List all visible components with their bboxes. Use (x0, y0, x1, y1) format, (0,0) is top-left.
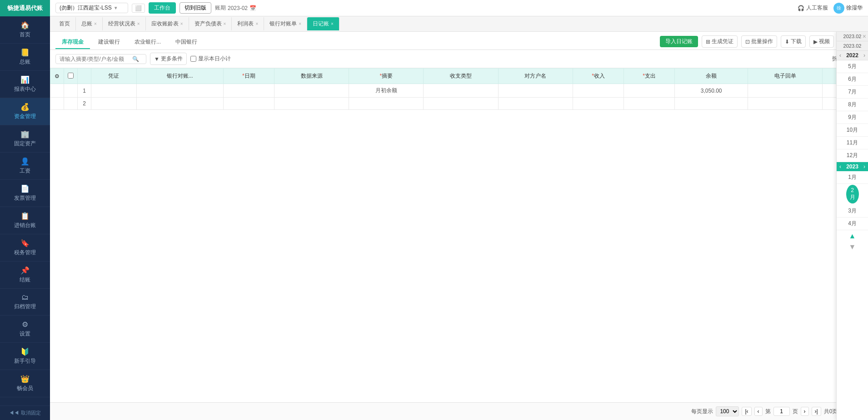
tab-close-icon[interactable]: × (255, 21, 258, 26)
tab-journal[interactable]: 日记账 × (307, 17, 339, 30)
last-page-btn[interactable]: ›| (812, 407, 821, 416)
archive-icon: 🗂 (21, 293, 29, 301)
calendar-icon: 📅 (249, 5, 256, 11)
sidebar-item-reports[interactable]: 📊 报表中心 (0, 71, 50, 98)
sidebar-item-invoice[interactable]: 📄 发票管理 (0, 180, 50, 207)
sidebar: 畅捷通易代账 🏠 首页 📒 总账 📊 报表中心 💰 资金管理 🏢 固定资产 👤 … (0, 0, 50, 420)
sidebar-item-assets[interactable]: 🏢 固定资产 (0, 125, 50, 153)
sidebar-item-capital[interactable]: 💰 资金管理 (0, 98, 50, 125)
tab-close-icon[interactable]: × (299, 21, 301, 26)
sub-tab-ccb[interactable]: 建设银行 (92, 36, 126, 49)
month-1-2023[interactable]: 1月 (837, 171, 868, 184)
gen-voucher-btn[interactable]: ⊞ 生成凭证 (702, 35, 738, 48)
main-content: (勿删）江西超宝-LSS ▼ ⬜ 工作台 切到旧版 账期 2023-02 📅 🎧… (50, 0, 868, 420)
tab-bankrec[interactable]: 银行对账单 × (264, 17, 307, 30)
tab-close-icon[interactable]: × (180, 21, 183, 26)
prev-page-btn[interactable]: ‹ (754, 407, 763, 416)
video-btn[interactable]: ▶ 视频 (809, 35, 834, 48)
next-year-icon[interactable]: › (863, 52, 865, 59)
unpin-btn[interactable]: ◀◀ 取消固定 (0, 405, 50, 420)
sidebar-item-label: 工资 (20, 167, 30, 175)
sidebar-item-member[interactable]: 👑 畅会员 (0, 370, 50, 397)
col-income: *收入 (573, 69, 624, 84)
next-year-icon2[interactable]: › (863, 163, 865, 170)
cell-expense (624, 98, 675, 110)
batch-op-btn[interactable]: ⊡ 批量操作 (741, 35, 777, 48)
tab-receivable[interactable]: 应收账龄表 × (146, 17, 189, 30)
scroll-down-icon[interactable]: ▼ (849, 243, 856, 251)
sidebar-item-settings[interactable]: ⚙ 设置 (0, 316, 50, 343)
col-settings[interactable]: ⚙ (50, 69, 64, 84)
top-bar-right: 🎧 人工客服 徐 徐湿华 (798, 3, 863, 14)
ledger-icon: 📒 (20, 48, 30, 57)
month-3-2023[interactable]: 3月 (837, 205, 868, 217)
month-6[interactable]: 6月 (837, 73, 868, 86)
company-selector[interactable]: (勿删）江西超宝-LSS ▼ (55, 3, 128, 13)
copy-company-btn[interactable]: ⬜ (132, 4, 145, 13)
close-popup-btn[interactable]: × (863, 33, 866, 40)
prev-year-icon2[interactable]: ‹ (839, 163, 841, 170)
cell-checkbox (64, 84, 78, 98)
first-page-btn[interactable]: |‹ (742, 407, 751, 416)
tax-icon: 🔖 (20, 239, 30, 247)
download-icon: ⬇ (785, 39, 789, 45)
user-profile[interactable]: 徐 徐湿华 (833, 3, 863, 14)
sidebar-item-guide[interactable]: 🔰 新手引导 (0, 343, 50, 370)
year-label: 2022 (846, 52, 858, 59)
daily-total-checkbox[interactable]: 显示本日小计 (190, 55, 231, 63)
sub-tab-cash[interactable]: 库存现金 (55, 36, 90, 49)
tab-profit[interactable]: 利润表 × (232, 17, 264, 30)
tab-label: 银行对账单 (269, 20, 297, 28)
month-11[interactable]: 11月 (837, 137, 868, 149)
tab-ledger[interactable]: 总账 × (76, 17, 103, 30)
page-size-select[interactable]: 100 50 200 (716, 406, 739, 416)
tab-close-icon[interactable]: × (94, 21, 97, 26)
page-input[interactable] (773, 407, 790, 416)
tab-home[interactable]: 首页 (54, 17, 76, 30)
video-icon: ▶ (813, 39, 818, 45)
sidebar-item-label: 总账 (20, 58, 30, 66)
month-7[interactable]: 7月 (837, 86, 868, 99)
sub-tab-boc[interactable]: 中国银行 (169, 36, 204, 49)
sidebar-item-ledger[interactable]: 📒 总账 (0, 44, 50, 71)
sidebar-item-ioledger[interactable]: 📋 进销台账 (0, 207, 50, 234)
work-btn[interactable]: 工作台 (149, 2, 176, 14)
col-ecert: 电子回单 (748, 69, 823, 84)
top-bar-left: (勿删）江西超宝-LSS ▼ ⬜ 工作台 切到旧版 账期 2023-02 📅 (55, 2, 256, 14)
switch-old-btn[interactable]: 切到旧版 (180, 2, 211, 14)
table-row: 2 (50, 98, 868, 110)
tab-close-icon[interactable]: × (331, 21, 334, 26)
prev-year-icon[interactable]: ‹ (839, 52, 841, 59)
filter-btn[interactable]: ▼ 更多条件 (150, 53, 187, 65)
sidebar-item-tax[interactable]: 🔖 税务管理 (0, 234, 50, 262)
tab-label: 利润表 (237, 20, 254, 28)
sidebar-item-home[interactable]: 🏠 首页 (0, 16, 50, 44)
cell-income (573, 84, 624, 98)
sidebar-item-close[interactable]: 📌 结账 (0, 262, 50, 289)
tab-bizstatus[interactable]: 经营状况表 × (103, 17, 146, 30)
period-popup-header: 2023.02 (837, 41, 868, 51)
next-page-btn[interactable]: › (801, 407, 809, 416)
month-5[interactable]: 5月 (837, 60, 868, 73)
tab-close-icon[interactable]: × (137, 21, 140, 26)
sidebar-item-payroll[interactable]: 👤 工资 (0, 153, 50, 180)
sub-tab-abc[interactable]: 农业银行... (128, 36, 167, 49)
daily-total-input[interactable] (190, 56, 196, 62)
select-all-checkbox[interactable] (68, 73, 74, 79)
tab-close-icon[interactable]: × (224, 21, 226, 26)
batch-icon: ⊡ (745, 39, 750, 45)
month-8[interactable]: 8月 (837, 99, 868, 111)
month-10[interactable]: 10月 (837, 124, 868, 137)
scroll-up-icon[interactable]: ▲ (849, 232, 856, 240)
month-4-2023[interactable]: 4月 (837, 217, 868, 230)
month-2-2023[interactable]: 2月 (846, 185, 859, 204)
download-btn[interactable]: ⬇ 下载 (781, 35, 806, 48)
month-12[interactable]: 12月 (837, 149, 868, 162)
page-size-label: 每页显示 (691, 408, 713, 415)
month-9[interactable]: 9月 (837, 111, 868, 124)
tab-assets[interactable]: 资产负债表 × (189, 17, 232, 30)
import-journal-btn[interactable]: 导入日记账 (660, 36, 698, 47)
search-input[interactable] (60, 56, 132, 62)
sidebar-item-archive[interactable]: 🗂 归档管理 (0, 289, 50, 316)
service-btn[interactable]: 🎧 人工客服 (798, 4, 828, 12)
